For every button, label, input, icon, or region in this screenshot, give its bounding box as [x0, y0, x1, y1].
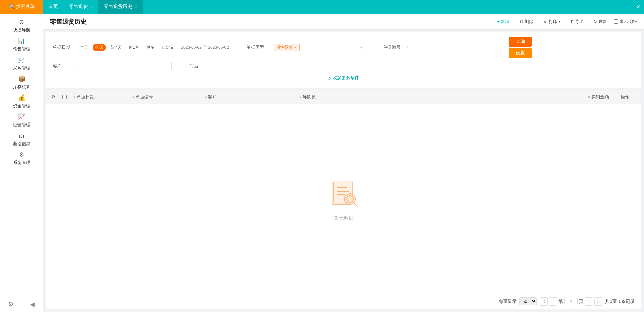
new-btn[interactable]: + 新增 [494, 17, 512, 26]
sort-date-icon[interactable]: ⇅ [73, 95, 76, 99]
voucher-type-label: 单据类型 [246, 44, 267, 50]
table-header: ⚙ ⇅ 单据日期 ⇅ 单据编号 ⇅ 客户 ⇅ [46, 90, 641, 104]
collapse-label: 收起更多条件 [333, 75, 359, 81]
filter-area: 单据日期 昨天 今天 近7天 近1月 更多 自定义 2023-06-02 至 2… [46, 32, 641, 88]
sidebar-item-sales[interactable]: 📊 销售管理 [0, 35, 43, 54]
goods-placeholder: ... [217, 63, 220, 68]
collapse-btn[interactable]: △ 收起更多条件 [324, 73, 363, 82]
sidebar-item-quick-nav[interactable]: ⊙ 快捷导航 [0, 16, 43, 35]
print-chevron-icon: ▾ [559, 20, 560, 23]
date-btn-yesterday[interactable]: 昨天 [77, 44, 91, 51]
col-amount: ⇅ 实销金额 [553, 94, 612, 100]
close-window-btn[interactable]: × [636, 3, 640, 10]
system-icon: ⚙ [19, 151, 24, 158]
goods-label: 商品 [189, 63, 210, 69]
date-range-text: 2023-06-02 至 2023-06-02 [181, 45, 229, 50]
col-customer-label: 客户 [208, 94, 217, 100]
export-btn[interactable]: ⬆ 导出 [567, 17, 587, 26]
sort-amount-icon[interactable]: ⇅ [588, 95, 590, 99]
sidebar-item-operations-label: 经营管理 [13, 122, 30, 128]
toolbar: + 新增 🗑 删除 🖨 打印 ▾ ⬆ 导出 ↻ 刷新 [494, 17, 637, 26]
date-btn-custom[interactable]: 自定义 [159, 44, 177, 51]
content-area: 零售退货历史 + 新增 🗑 删除 🖨 打印 ▾ ⬆ 导出 [43, 14, 644, 312]
col-date-label: 单据日期 [77, 94, 94, 100]
top-bar: 🔍 搜索菜单 首页 零售退货 × 零售退货历史 × × [0, 0, 644, 14]
show-detail-label: 显示明细 [620, 19, 637, 25]
first-page-btn[interactable]: ⟨⟨ [540, 297, 548, 306]
prev-page-btn[interactable]: ⟨ [549, 297, 557, 306]
page-nav: ⟨⟨ ⟨ 第 页 ⟩ ⟩⟩ [540, 297, 602, 306]
show-detail-checkbox[interactable] [614, 19, 618, 24]
page-title: 零售退货历史 [50, 18, 87, 26]
per-page-select[interactable]: 20 50 100 [519, 297, 537, 305]
empty-icon [327, 176, 361, 210]
page-num-input[interactable] [564, 298, 578, 305]
last-page-btn[interactable]: ⟩⟩ [594, 297, 602, 306]
settings-col-icon: ⚙ [51, 94, 55, 99]
select-all-checkbox[interactable] [62, 95, 67, 99]
col-date: ⇅ 单据日期 [70, 94, 129, 100]
page-header: 零售退货历史 + 新增 🗑 删除 🖨 打印 ▾ ⬆ 导出 [43, 14, 644, 30]
empty-text: 暂无数据 [334, 215, 353, 221]
sort-guide-icon[interactable]: ⇅ [299, 95, 302, 99]
query-btn[interactable]: 查询 [509, 37, 532, 47]
customer-input[interactable]: ... [77, 62, 172, 70]
date-btn-7days[interactable]: 近7天 [108, 44, 124, 51]
col-checkbox[interactable] [59, 95, 70, 99]
date-label: 单据日期 [53, 44, 73, 50]
col-settings[interactable]: ⚙ [49, 94, 59, 99]
print-btn[interactable]: 🖨 打印 ▾ [540, 17, 563, 26]
inventory-icon: 📦 [18, 75, 25, 83]
sidebar-item-inventory[interactable]: 📦 库存核算 [0, 73, 43, 92]
col-guide-label: 导购员 [303, 94, 316, 100]
sidebar-collapse-btn[interactable]: ◀ [30, 300, 35, 308]
settings-btn[interactable]: 设置 [509, 48, 532, 58]
search-menu-btn[interactable]: 🔍 搜索菜单 [0, 0, 43, 14]
new-btn-label: + 新增 [497, 19, 509, 25]
voucher-type-wrap[interactable]: 零售退货 × ▾ [271, 42, 365, 53]
sidebar-item-operations[interactable]: 📈 经营管理 [0, 111, 43, 130]
date-btn-today[interactable]: 今天 [93, 44, 106, 51]
pagination: 每页显示 20 50 100 ⟨⟨ ⟨ 第 页 ⟩ ⟩⟩ 共0页, 0条记录 [46, 293, 641, 309]
goods-input[interactable]: ... [214, 62, 308, 70]
sidebar-item-quick-nav-label: 快捷导航 [13, 27, 30, 33]
quick-nav-icon: ⊙ [19, 18, 24, 26]
sidebar-item-basic-info[interactable]: 🗂 基础信息 [0, 130, 43, 149]
search-icon: 🔍 [9, 4, 15, 9]
sidebar-item-finance-label: 资金管理 [13, 103, 30, 109]
delete-btn[interactable]: 🗑 删除 [516, 17, 536, 26]
col-voucher: ⇅ 单据编号 [129, 94, 201, 100]
sidebar-item-sales-label: 销售管理 [13, 46, 30, 52]
sort-voucher-icon[interactable]: ⇅ [132, 95, 135, 99]
export-icon: ⬆ [570, 19, 574, 24]
main-layout: ⊙ 快捷导航 📊 销售管理 🛒 采购管理 📦 库存核算 💰 资金管理 📈 经营管… [0, 14, 644, 312]
next-page-btn[interactable]: ⟩ [585, 297, 593, 306]
table-body: 暂无数据 [46, 104, 641, 293]
refresh-label: 刷新 [598, 19, 607, 25]
sort-customer-icon[interactable]: ⇅ [204, 95, 207, 99]
operations-icon: 📈 [18, 113, 25, 120]
svg-line-6 [354, 203, 357, 206]
tab-retail-return-history-label: 零售退货历史 [104, 4, 132, 10]
voucher-no-input[interactable] [407, 46, 502, 49]
voucher-type-tag-close[interactable]: × [294, 45, 296, 49]
show-detail-wrap[interactable]: 显示明细 [614, 19, 637, 25]
basic-info-icon: 🗂 [19, 132, 25, 139]
search-label: 搜索菜单 [16, 4, 35, 10]
sidebar-item-system[interactable]: ⚙ 系统管理 [0, 149, 43, 168]
sidebar-gear-btn[interactable]: ⚙ [8, 300, 14, 308]
tab-retail-return-history[interactable]: 零售退货历史 × [98, 0, 143, 14]
sidebar-item-finance[interactable]: 💰 资金管理 [0, 92, 43, 111]
tab-home[interactable]: 首页 [43, 0, 64, 14]
print-label: 打印 [549, 19, 557, 25]
table-area: ⚙ ⇅ 单据日期 ⇅ 单据编号 ⇅ 客户 ⇅ [46, 90, 641, 309]
empty-state: 暂无数据 [327, 176, 361, 221]
tab-retail-return-close[interactable]: × [91, 4, 93, 9]
date-btn-more[interactable]: 更多 [144, 44, 157, 51]
delete-btn-label: 🗑 删除 [519, 19, 533, 25]
date-btn-1month[interactable]: 近1月 [126, 44, 142, 51]
tab-retail-return[interactable]: 零售退货 × [64, 0, 98, 14]
refresh-btn[interactable]: ↻ 刷新 [591, 17, 610, 26]
tab-retail-return-history-close[interactable]: × [135, 4, 137, 9]
sidebar-item-purchase[interactable]: 🛒 采购管理 [0, 54, 43, 73]
